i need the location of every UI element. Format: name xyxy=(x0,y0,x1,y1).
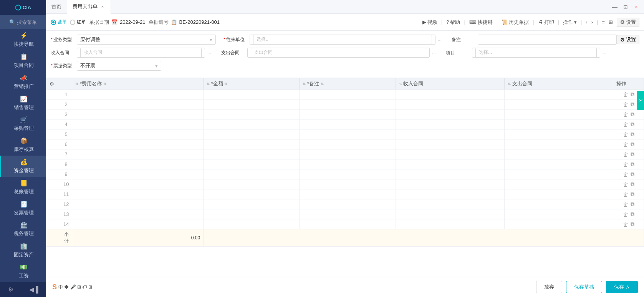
invoice-type-select[interactable]: 不开票 ▾ xyxy=(77,61,161,71)
delete-row-button[interactable]: 🗑 xyxy=(623,91,628,98)
biz-type-select[interactable]: 应付调整 ▾ xyxy=(77,35,216,45)
history-button[interactable]: 📜 历史单据 xyxy=(502,19,529,26)
sidebar-item-fixed-assets[interactable]: 🏢 固定资产 xyxy=(0,240,46,261)
close-button[interactable]: × xyxy=(632,3,640,11)
copy-row-button[interactable]: ⧉ xyxy=(631,101,634,108)
sidebar-item-inventory[interactable]: 📦 库存核算 xyxy=(0,134,46,156)
row-memo[interactable] xyxy=(300,199,396,209)
row-expense-name[interactable] xyxy=(72,219,204,229)
row-income-contract[interactable] xyxy=(396,179,504,189)
project-more[interactable]: ... xyxy=(600,50,609,55)
row-expense-name[interactable] xyxy=(72,179,204,189)
income-contract-select[interactable]: 收入合同 xyxy=(77,48,205,58)
row-expense-contract[interactable] xyxy=(504,179,613,189)
row-expense-contract[interactable] xyxy=(504,90,613,100)
th-amount[interactable]: ⇅ *金额 ⇅ xyxy=(204,78,300,90)
row-memo[interactable] xyxy=(300,179,396,189)
grid-view-button[interactable]: ⊞ xyxy=(609,19,613,25)
tab-expense-bill[interactable]: 费用支出单 × xyxy=(67,0,111,14)
row-expense-contract[interactable] xyxy=(504,189,613,199)
row-amount[interactable] xyxy=(204,129,300,139)
row-amount[interactable] xyxy=(204,139,300,149)
row-expense-contract[interactable] xyxy=(504,100,613,110)
row-memo[interactable] xyxy=(300,110,396,119)
row-expense-name[interactable] xyxy=(72,159,204,169)
delete-row-button[interactable]: 🗑 xyxy=(623,171,628,178)
th-income-contract[interactable]: ⇅ 收入合同 xyxy=(396,78,504,90)
blue-bill-radio[interactable]: 蓝单 xyxy=(51,19,67,25)
sidebar-item-salary[interactable]: 💵 工资 xyxy=(0,261,46,282)
expense-contract-select[interactable]: 支出合同 xyxy=(247,48,430,58)
row-amount[interactable] xyxy=(204,189,300,199)
sidebar-item-project-contract[interactable]: 📋 项目合同 xyxy=(0,50,46,71)
row-expense-name[interactable] xyxy=(72,119,204,129)
maximize-button[interactable]: ⊡ xyxy=(622,3,629,11)
row-expense-contract[interactable] xyxy=(504,139,613,149)
partner-select[interactable]: 选择... xyxy=(250,35,435,45)
delete-row-button[interactable]: 🗑 xyxy=(623,211,628,217)
row-income-contract[interactable] xyxy=(396,100,504,110)
row-income-contract[interactable] xyxy=(396,209,504,219)
row-expense-name[interactable] xyxy=(72,169,204,179)
delete-row-button[interactable]: 🗑 xyxy=(623,151,628,158)
row-expense-contract[interactable] xyxy=(504,110,613,119)
memo-input[interactable] xyxy=(478,35,617,45)
row-expense-contract[interactable] xyxy=(504,129,613,139)
row-memo[interactable] xyxy=(300,149,396,159)
copy-row-button[interactable]: ⧉ xyxy=(631,161,634,168)
row-expense-name[interactable] xyxy=(72,199,204,209)
row-memo[interactable] xyxy=(300,209,396,219)
copy-row-button[interactable]: ⧉ xyxy=(631,131,634,138)
row-expense-contract[interactable] xyxy=(504,149,613,159)
minimize-button[interactable]: — xyxy=(611,3,619,11)
th-expense-contract[interactable]: ⇅ 支出合同 xyxy=(504,78,613,90)
row-expense-name[interactable] xyxy=(72,139,204,149)
partner-more[interactable]: ... xyxy=(435,37,444,42)
copy-row-button[interactable]: ⧉ xyxy=(631,171,634,178)
row-income-contract[interactable] xyxy=(396,119,504,129)
copy-row-button[interactable]: ⧉ xyxy=(631,141,634,148)
row-expense-name[interactable] xyxy=(72,149,204,159)
sidebar-item-quick-nav[interactable]: ⚡ 快捷导航 xyxy=(0,29,46,50)
copy-row-button[interactable]: ⧉ xyxy=(631,221,634,227)
row-income-contract[interactable] xyxy=(396,139,504,149)
sidebar-item-invoice[interactable]: 🧾 发票管理 xyxy=(0,198,46,219)
shortcut-button[interactable]: ⌨ 快捷键 xyxy=(469,19,493,26)
copy-row-button[interactable]: ⧉ xyxy=(631,111,634,118)
sidebar-item-marketing[interactable]: 📣 营销推广 xyxy=(0,71,46,93)
row-income-contract[interactable] xyxy=(396,110,504,119)
delete-row-button[interactable]: 🗑 xyxy=(623,221,628,227)
row-income-contract[interactable] xyxy=(396,129,504,139)
row-amount[interactable] xyxy=(204,199,300,209)
settings-button[interactable]: ⚙ 设置 xyxy=(617,18,639,27)
row-income-contract[interactable] xyxy=(396,159,504,169)
sidebar-item-fund[interactable]: 💰 资金管理 xyxy=(0,156,46,177)
row-expense-contract[interactable] xyxy=(504,169,613,179)
row-amount[interactable] xyxy=(204,119,300,129)
row-memo[interactable] xyxy=(300,119,396,129)
row-amount[interactable] xyxy=(204,179,300,189)
row-memo[interactable] xyxy=(300,129,396,139)
row-expense-contract[interactable] xyxy=(504,219,613,229)
abandon-button[interactable]: 放弃 xyxy=(536,281,562,293)
row-income-contract[interactable] xyxy=(396,90,504,100)
delete-row-button[interactable]: 🗑 xyxy=(623,121,628,128)
delete-row-button[interactable]: 🗑 xyxy=(623,161,628,168)
row-amount[interactable] xyxy=(204,149,300,159)
settings-footer-icon[interactable]: ⚙ xyxy=(8,286,13,293)
row-expense-name[interactable] xyxy=(72,209,204,219)
row-amount[interactable] xyxy=(204,110,300,119)
sidebar-search[interactable]: 🔍 搜索菜单 xyxy=(0,15,46,29)
sidebar-item-purchase[interactable]: 🛒 采购管理 xyxy=(0,114,46,135)
row-amount[interactable] xyxy=(204,90,300,100)
save-draft-button[interactable]: 保存草稿 xyxy=(566,281,602,293)
copy-row-button[interactable]: ⧉ xyxy=(631,91,634,98)
row-income-contract[interactable] xyxy=(396,149,504,159)
row-expense-name[interactable] xyxy=(72,189,204,199)
audio-footer-icon[interactable]: ◀▐ xyxy=(29,286,38,293)
delete-row-button[interactable]: 🗑 xyxy=(623,131,628,138)
copy-row-button[interactable]: ⧉ xyxy=(631,121,634,128)
row-memo[interactable] xyxy=(300,100,396,110)
copy-row-button[interactable]: ⧉ xyxy=(631,181,634,187)
th-expense-name[interactable]: ⇅ *费用名称 ⇅ xyxy=(72,78,204,90)
